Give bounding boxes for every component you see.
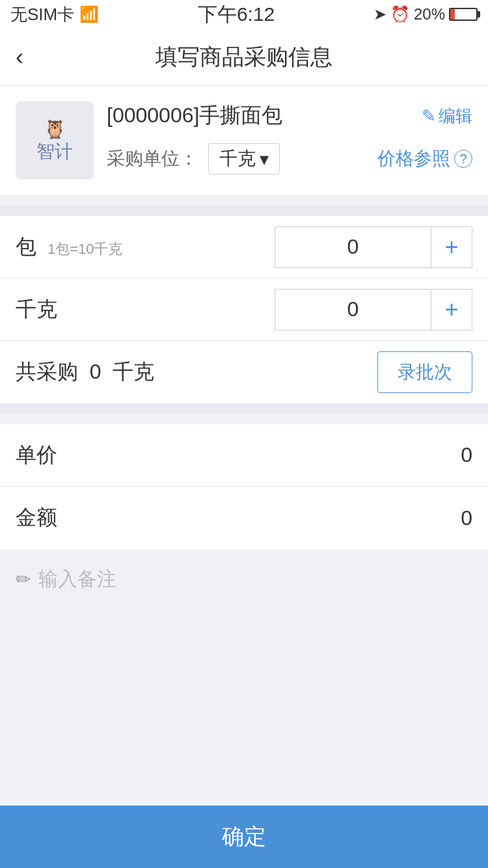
total-prefix: 共采购 [16,360,78,383]
kg-label: 千克 [16,295,57,324]
kg-plus-button[interactable]: + [431,289,472,331]
product-name: [0000006]手撕面包 [107,102,282,130]
product-name-row: [0000006]手撕面包 ✎ 编辑 [107,102,472,130]
sim-text: 无SIM卡 [10,3,74,26]
price-section: 单价 0 金额 0 [0,424,488,549]
pack-section: 包 1包=10千克 + [0,216,488,278]
kg-row: 千克 + [0,278,488,341]
unit-value: 千克 [219,146,256,171]
edit-label: 编辑 [439,105,472,128]
amount-value: 0 [461,506,472,530]
pack-label-container: 包 1包=10千克 [16,233,122,262]
total-amount: 0 [90,360,102,383]
remark-placeholder: 输入备注 [38,566,116,593]
unit-label: 采购单位： [107,146,198,171]
product-thumbnail: 🦉智计 [16,102,94,180]
pack-row: 包 1包=10千克 + [0,216,488,278]
unit-select[interactable]: 千克 ▾ [208,143,280,174]
pack-label: 包 [16,235,36,258]
status-bar: 无SIM卡 📶 下午6:12 ➤ ⏰ 20% [0,0,488,29]
pack-input-right: + [275,226,472,268]
divider-1 [0,206,488,216]
kg-input[interactable] [275,289,431,331]
total-row: 共采购 0 千克 录批次 [0,341,488,403]
help-icon: ? [454,150,472,168]
edit-icon: ✎ [422,106,436,126]
back-button[interactable]: ‹ [16,44,23,71]
product-card: 🦉智计 [0000006]手撕面包 ✎ 编辑 采购单位： 千克 ▾ 价格参照 ? [0,86,488,195]
divider-2 [0,403,488,414]
price-ref-button[interactable]: 价格参照 ? [377,146,472,171]
pack-input[interactable] [275,226,431,268]
status-time: 下午6:12 [198,1,275,28]
unit-row: 采购单位： 千克 ▾ 价格参照 ? [107,143,472,174]
price-label: 单价 [16,441,57,470]
pencil-icon: ✏ [16,569,31,590]
price-row: 单价 0 [0,424,488,487]
page-title: 填写商品采购信息 [156,42,332,72]
total-text: 共采购 0 千克 [16,358,154,387]
pack-sub-label: 1包=10千克 [47,241,123,257]
status-left: 无SIM卡 📶 [10,3,99,26]
amount-label: 金额 [16,504,57,532]
edit-button[interactable]: ✎ 编辑 [422,105,472,128]
alarm-icon: ⏰ [390,5,410,23]
product-title: 手撕面包 [199,103,282,127]
product-logo: 🦉智计 [36,118,73,162]
empty-area [0,608,488,830]
battery-percent: 20% [414,5,445,23]
price-ref-label: 价格参照 [377,146,450,171]
confirm-button[interactable]: 确定 [0,806,488,868]
confirm-label: 确定 [222,822,266,852]
kg-input-right: + [275,289,472,331]
status-right: ➤ ⏰ 20% [373,5,478,23]
kg-section: 千克 + [0,278,488,341]
amount-row: 金额 0 [0,487,488,549]
remark-section[interactable]: ✏ 输入备注 [0,550,488,608]
product-info: [0000006]手撕面包 ✎ 编辑 采购单位： 千克 ▾ 价格参照 ? [107,102,472,174]
pack-plus-button[interactable]: + [431,226,472,268]
record-batch-button[interactable]: 录批次 [377,351,472,393]
total-unit: 千克 [113,360,154,383]
price-value: 0 [461,443,472,467]
location-icon: ➤ [373,5,386,23]
chevron-down-icon: ▾ [260,148,269,170]
nav-bar: ‹ 填写商品采购信息 [0,29,488,86]
product-id: [0000006] [107,103,199,127]
wifi-icon: 📶 [79,5,99,23]
battery-icon [449,8,478,21]
